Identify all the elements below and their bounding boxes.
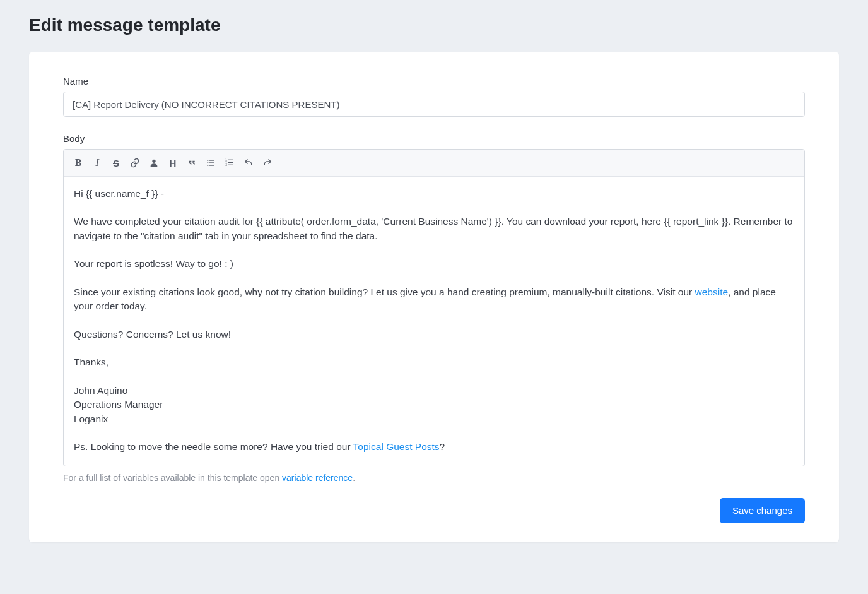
bullet-list-button[interactable] [201,153,220,172]
svg-text:3: 3 [225,163,227,167]
svg-rect-10 [228,160,233,160]
body-line: Hi {{ user.name_f }} - [74,187,794,201]
person-icon [149,158,159,168]
body-line: Questions? Concerns? Let us know! [74,328,794,342]
name-label: Name [63,76,805,86]
body-label: Body [63,133,805,144]
ordered-list-button[interactable]: 123 [220,153,239,172]
svg-point-1 [207,160,208,161]
signature-title: Operations Manager [74,398,794,412]
strikethrough-button[interactable]: S [107,153,126,172]
redo-button[interactable] [258,153,277,172]
save-changes-button[interactable]: Save changes [720,498,805,523]
undo-button[interactable] [239,153,258,172]
link-button[interactable] [126,153,144,172]
name-input[interactable] [63,92,805,117]
bold-button[interactable]: B [69,153,88,172]
body-line: Ps. Looking to move the needle some more… [74,440,794,454]
body-line: We have completed your citation audit fo… [74,215,794,243]
blockquote-button[interactable] [182,153,201,172]
bullet-list-icon [206,158,216,168]
link-icon [130,158,140,168]
heading-button[interactable]: H [163,153,182,172]
svg-rect-6 [209,165,214,165]
page-title: Edit message template [29,15,839,35]
edit-template-card: Name Body B I S [29,52,839,542]
undo-icon [243,158,254,168]
signature-company: Loganix [74,412,794,426]
svg-point-2 [207,162,208,163]
body-line: Since your existing citations look good,… [74,285,794,314]
svg-rect-11 [228,162,233,163]
editor-content[interactable]: Hi {{ user.name_f }} - We have completed… [64,177,804,466]
topical-guest-posts-link[interactable]: Topical Guest Posts [353,441,440,452]
quote-icon [187,158,197,168]
body-line: Your report is spotless! Way to go! : ) [74,257,794,271]
user-variable-button[interactable] [144,153,163,172]
svg-point-0 [152,160,155,163]
svg-rect-4 [209,160,214,160]
ordered-list-icon: 123 [225,158,235,168]
editor-toolbar: B I S H [64,150,804,177]
svg-rect-5 [209,162,214,163]
italic-button[interactable]: I [88,153,107,172]
svg-rect-12 [228,165,233,165]
website-link[interactable]: website [695,287,729,297]
signature-name: John Aquino [74,384,794,398]
svg-point-3 [207,165,208,166]
body-editor: B I S H [63,149,805,466]
variable-help-text: For a full list of variables available i… [63,473,805,483]
body-line: Thanks, [74,355,794,369]
redo-icon [262,158,273,168]
variable-reference-link[interactable]: variable reference [282,473,353,483]
